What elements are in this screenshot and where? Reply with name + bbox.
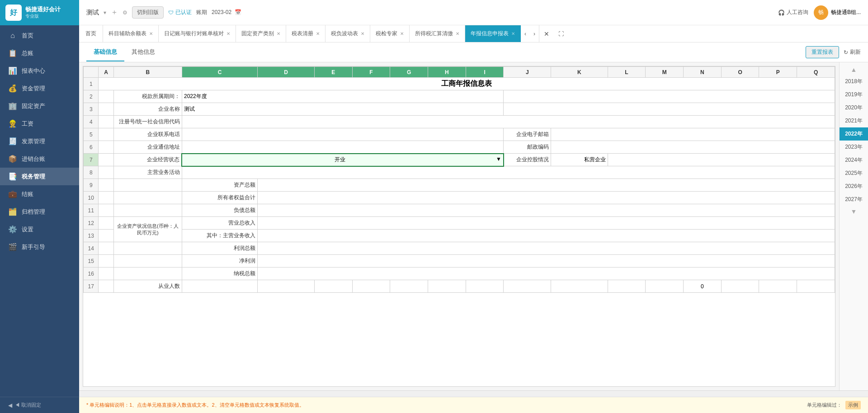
- cell-11-d[interactable]: [258, 204, 835, 217]
- tab-item-4[interactable]: 税负波动表✕: [326, 25, 370, 42]
- tab-close-icon[interactable]: ✕: [226, 31, 230, 36]
- cell-6-c[interactable]: [182, 141, 503, 154]
- cell-5-a[interactable]: [99, 128, 113, 141]
- cell-4-c[interactable]: [182, 116, 835, 128]
- col-header-n[interactable]: N: [684, 67, 722, 78]
- col-header-e[interactable]: E: [314, 67, 352, 78]
- tab-close-icon[interactable]: ✕: [149, 31, 153, 36]
- year-item-2020年[interactable]: 2020年: [840, 101, 868, 114]
- cell-17-h[interactable]: [428, 280, 466, 293]
- sub-tab-其他信息[interactable]: 其他信息: [124, 43, 162, 61]
- cell-16-a[interactable]: [99, 268, 113, 280]
- cell-17-j[interactable]: [504, 280, 551, 293]
- sidebar-item-总账[interactable]: 📋总账: [0, 44, 79, 62]
- cell-16-b[interactable]: [113, 268, 182, 280]
- year-item-2024年[interactable]: 2024年: [840, 154, 868, 167]
- cell-15-b[interactable]: [113, 255, 182, 268]
- tab-prev-btn[interactable]: ‹: [521, 25, 530, 42]
- cell-14-d[interactable]: [258, 242, 835, 255]
- horizontal-scrollbar[interactable]: [79, 390, 868, 397]
- cell-17-d[interactable]: [258, 280, 315, 293]
- reset-btn[interactable]: 重置报表: [806, 46, 839, 58]
- cell-3-a[interactable]: [99, 103, 113, 116]
- cell-17-a[interactable]: [99, 280, 113, 293]
- cell-12-d[interactable]: [258, 217, 835, 230]
- col-header-a[interactable]: A: [99, 67, 113, 78]
- cell-16-d[interactable]: [258, 268, 835, 280]
- tab-close-icon[interactable]: ✕: [277, 31, 280, 36]
- sidebar-item-发票管理[interactable]: 🧾发票管理: [0, 132, 79, 150]
- tab-close-icon[interactable]: ✕: [511, 31, 515, 36]
- year-item-2026年[interactable]: 2026年: [840, 180, 868, 193]
- old-version-btn[interactable]: 切到旧版: [132, 6, 164, 19]
- year-item-2018年[interactable]: 2018年: [840, 75, 868, 88]
- cell-17-l[interactable]: [608, 280, 646, 293]
- tab-close-icon[interactable]: ✕: [316, 31, 320, 36]
- sidebar-item-归档管理[interactable]: 🗂️归档管理: [0, 203, 79, 221]
- cell-4-a[interactable]: [99, 116, 113, 128]
- tab-next-btn[interactable]: ›: [530, 25, 539, 42]
- col-header-b[interactable]: B: [113, 67, 182, 78]
- cell-17-q[interactable]: [797, 280, 835, 293]
- cell-6-k[interactable]: [551, 141, 835, 154]
- add-tab-btn[interactable]: ＋: [111, 8, 118, 17]
- cell-5-c[interactable]: [182, 128, 503, 141]
- col-header-k[interactable]: K: [551, 67, 608, 78]
- sidebar-item-税务管理[interactable]: 📑税务管理: [0, 168, 79, 185]
- cell-9-b[interactable]: [113, 179, 182, 192]
- service-btn[interactable]: 🎧 人工咨询: [778, 9, 808, 16]
- tab-close-icon[interactable]: ✕: [400, 31, 404, 36]
- tab-close-icon[interactable]: ✕: [456, 31, 459, 36]
- tab-home[interactable]: 首页: [79, 25, 103, 42]
- sidebar-item-首页[interactable]: ⌂首页: [0, 27, 79, 44]
- cell-17-m[interactable]: [646, 280, 684, 293]
- sidebar-collapse-btn[interactable]: ◀ ◀ 取消固定: [0, 397, 79, 413]
- cell-17-p[interactable]: [759, 280, 797, 293]
- year-item-2025年[interactable]: 2025年: [840, 167, 868, 180]
- cell-17-c[interactable]: [182, 280, 257, 293]
- cell-17-e[interactable]: [314, 280, 352, 293]
- cell-8-c[interactable]: [182, 166, 835, 179]
- tab-item-6[interactable]: 所得税汇算清缴✕: [410, 25, 465, 42]
- col-header-j[interactable]: J: [504, 67, 551, 78]
- cell-13-a[interactable]: [99, 230, 113, 242]
- tab-item-3[interactable]: 税表清册✕: [286, 25, 326, 42]
- cell-14-a[interactable]: [99, 242, 113, 255]
- year-panel-up-btn[interactable]: ▲: [840, 64, 868, 75]
- cell-17-i[interactable]: [466, 280, 504, 293]
- col-header-q[interactable]: Q: [797, 67, 835, 78]
- cell-17-o[interactable]: [721, 280, 759, 293]
- sidebar-item-结账[interactable]: 💼结账: [0, 185, 79, 203]
- col-header-l[interactable]: L: [608, 67, 646, 78]
- cell-17-n[interactable]: 0: [684, 280, 722, 293]
- year-item-2021年[interactable]: 2021年: [840, 114, 868, 127]
- tab-expand-btn[interactable]: ⛶: [554, 25, 568, 42]
- cell-11-a[interactable]: [99, 204, 113, 217]
- cell-7-a[interactable]: [99, 154, 113, 166]
- col-header-p[interactable]: P: [759, 67, 797, 78]
- sidebar-item-报表中心[interactable]: 📊报表中心: [0, 62, 79, 80]
- cell-5-k[interactable]: [551, 128, 835, 141]
- workspace-arrow[interactable]: ▾: [104, 9, 106, 16]
- cell-2-a[interactable]: [99, 90, 113, 103]
- cell-17-k[interactable]: [551, 280, 608, 293]
- sub-tab-基础信息[interactable]: 基础信息: [86, 43, 124, 61]
- cell-7-k[interactable]: 私营企业: [551, 154, 608, 166]
- year-item-2023年[interactable]: 2023年: [840, 141, 868, 154]
- cell-17-f[interactable]: [352, 280, 390, 293]
- col-header-h[interactable]: H: [428, 67, 466, 78]
- spreadsheet-container[interactable]: A B C D E F G H I J K L: [83, 66, 835, 387]
- cell-11-b[interactable]: [113, 204, 182, 217]
- cell-9-d[interactable]: [258, 179, 835, 192]
- sidebar-item-工资[interactable]: 👷工资: [0, 115, 79, 132]
- sidebar-item-新手引导[interactable]: 🎬新手引导: [0, 238, 79, 256]
- tab-close-icon[interactable]: ✕: [361, 31, 364, 36]
- cell-13-e[interactable]: [258, 230, 835, 242]
- col-header-f[interactable]: F: [352, 67, 390, 78]
- cell-2-j[interactable]: [504, 90, 835, 103]
- cell-12-a[interactable]: [99, 217, 113, 230]
- settings-icon[interactable]: ⚙: [123, 9, 127, 16]
- cell-14-b[interactable]: [113, 242, 182, 255]
- year-panel-down-btn[interactable]: ▼: [840, 206, 868, 217]
- cell-15-d[interactable]: [258, 255, 835, 268]
